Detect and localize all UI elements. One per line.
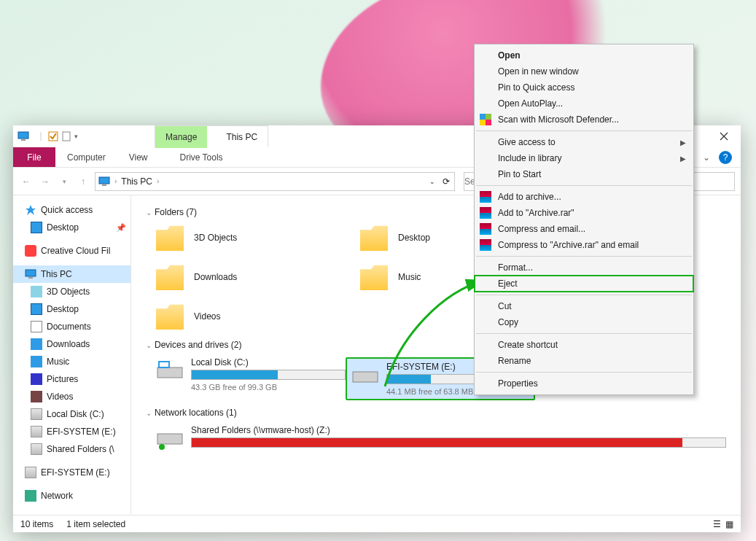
qat-divider-icon	[36, 132, 45, 141]
netdrive-icon	[31, 443, 42, 455]
qat-doc-icon[interactable]	[61, 131, 71, 141]
qat-checkbox-icon[interactable]	[48, 131, 58, 141]
sidebar-downloads[interactable]: Downloads	[13, 335, 130, 353]
menu-give-access[interactable]: Give access to▶	[475, 134, 693, 150]
sidebar-item-label: Music	[47, 357, 69, 367]
qat-overflow-icon[interactable]: ▾	[74, 133, 78, 140]
menu-compress-email[interactable]: Compress and email...	[475, 221, 693, 237]
sidebar-efi[interactable]: EFI-SYSTEM (E:)	[13, 423, 130, 440]
menu-open-autoplay[interactable]: Open AutoPlay...	[475, 96, 693, 112]
nav-back-button[interactable]: ←	[19, 174, 34, 189]
address-sep2-icon[interactable]: ›	[157, 177, 159, 185]
menu-compress-rar-email[interactable]: Compress to "Archive.rar" and email	[475, 237, 693, 253]
menu-label: Compress and email...	[498, 224, 585, 234]
ribbon-collapse-icon[interactable]: ⌄	[703, 152, 710, 163]
refresh-button[interactable]: ⟳	[443, 176, 450, 187]
sidebar-item-label: Desktop	[47, 304, 79, 314]
manage-context-tab[interactable]: Manage	[155, 126, 207, 148]
menu-open[interactable]: Open	[475, 47, 693, 63]
disk-icon	[31, 408, 42, 420]
drive-tools-tab[interactable]: Drive Tools	[168, 147, 234, 167]
menu-label: Give access to	[498, 137, 556, 147]
menu-separator	[476, 333, 692, 334]
context-menu: Open Open in new window Pin to Quick acc…	[474, 44, 694, 395]
svg-point-13	[159, 444, 165, 450]
sidebar-efi2[interactable]: EFI-SYSTEM (E:)	[13, 464, 130, 481]
folder-downloads[interactable]: Downloads	[156, 264, 360, 290]
sidebar-3d-objects[interactable]: 3D Objects	[13, 283, 130, 300]
section-label: Devices and drives (2)	[155, 340, 241, 350]
menu-scan-defender[interactable]: Scan with Microsoft Defender...	[475, 112, 693, 128]
nav-recent-button[interactable]: ▾	[57, 174, 71, 189]
menu-copy[interactable]: Copy	[475, 314, 693, 330]
menu-add-rar[interactable]: Add to "Archive.rar"	[475, 205, 693, 221]
document-icon	[31, 321, 42, 332]
netdrive-icon	[156, 428, 184, 450]
sidebar-shared[interactable]: Shared Folders (\	[13, 440, 130, 458]
svg-rect-4	[63, 132, 70, 141]
address-dropdown-icon[interactable]: ⌄	[429, 178, 435, 185]
view-details-icon[interactable]: ☰	[713, 519, 721, 529]
sidebar-pictures[interactable]: Pictures	[13, 370, 130, 388]
menu-separator	[476, 372, 692, 373]
sidebar-local-c[interactable]: Local Disk (C:)	[13, 405, 130, 423]
sidebar-network[interactable]: Network	[13, 487, 130, 505]
menu-pin-quick-access[interactable]: Pin to Quick access	[475, 79, 693, 96]
video-icon	[31, 391, 42, 402]
menu-format[interactable]: Format...	[475, 260, 693, 276]
window-title: This PC	[216, 126, 268, 148]
sidebar-music[interactable]: Music	[13, 353, 130, 370]
sidebar-creative-cloud[interactable]: Creative Cloud Fil	[13, 242, 130, 260]
folder-3d-objects[interactable]: 3D Objects	[156, 225, 360, 251]
menu-pin-start[interactable]: Pin to Start	[475, 166, 693, 182]
nav-sidebar[interactable]: Quick access Desktop📌 Creative Cloud Fil…	[13, 195, 131, 515]
help-icon[interactable]: ?	[719, 151, 732, 164]
qat: ▾	[17, 131, 78, 142]
sidebar-desktop[interactable]: Desktop📌	[13, 219, 130, 236]
cc-icon	[25, 245, 36, 257]
disk-icon	[156, 360, 184, 382]
network-shared-folders[interactable]: Shared Folders (\\vmware-host) (Z:)	[156, 425, 726, 450]
section-label: Folders (7)	[155, 207, 197, 217]
folder-label: Videos	[194, 311, 220, 322]
sidebar-item-label: Local Disk (C:)	[47, 409, 104, 419]
address-bar[interactable]: › This PC › ⌄ ⟳	[95, 172, 455, 191]
close-button[interactable]	[707, 125, 741, 147]
star-icon	[25, 204, 36, 216]
nav-up-button[interactable]: ↑	[76, 174, 90, 189]
sidebar-this-pc[interactable]: This PC	[13, 265, 130, 283]
sidebar-documents[interactable]: Documents	[13, 318, 130, 335]
address-location[interactable]: This PC	[121, 176, 152, 187]
nav-forward-button[interactable]: →	[38, 174, 52, 189]
folder-label: 3D Objects	[194, 233, 237, 243]
folder-videos[interactable]: Videos	[156, 303, 360, 330]
address-sep-icon[interactable]: ›	[114, 177, 117, 185]
menu-cut[interactable]: Cut	[475, 298, 693, 314]
menu-add-archive[interactable]: Add to archive...	[475, 189, 693, 205]
menu-include-library[interactable]: Include in library▶	[475, 150, 693, 166]
pictures-icon	[31, 373, 42, 385]
sidebar-desktop2[interactable]: Desktop	[13, 300, 130, 318]
menu-create-shortcut[interactable]: Create shortcut	[475, 337, 693, 353]
winrar-icon	[480, 207, 491, 219]
sidebar-quick-access[interactable]: Quick access	[13, 201, 130, 219]
chevron-down-icon: ⌄	[146, 409, 152, 417]
sidebar-item-label: Creative Cloud Fil	[41, 246, 110, 256]
menu-rename[interactable]: Rename	[475, 353, 693, 369]
computer-tab[interactable]: Computer	[55, 147, 117, 167]
view-tab[interactable]: View	[117, 147, 160, 167]
menu-properties[interactable]: Properties	[475, 375, 693, 392]
network-section-header[interactable]: ⌄Network locations (1)	[146, 408, 726, 418]
svg-rect-8	[28, 277, 33, 279]
file-tab[interactable]: File	[13, 147, 55, 167]
desktop-icon	[31, 303, 42, 315]
sidebar-videos[interactable]: Videos	[13, 388, 130, 405]
sidebar-item-label: 3D Objects	[47, 287, 90, 297]
drive-local-c[interactable]: Local Disk (C:) 43.3 GB free of 99.3 GB	[156, 357, 346, 400]
svg-rect-5	[99, 177, 109, 184]
music-icon	[31, 356, 42, 367]
menu-open-new-window[interactable]: Open in new window	[475, 63, 693, 79]
menu-eject[interactable]: Eject	[475, 276, 693, 292]
view-thumbs-icon[interactable]: ▦	[725, 519, 733, 529]
menu-separator	[476, 131, 692, 131]
